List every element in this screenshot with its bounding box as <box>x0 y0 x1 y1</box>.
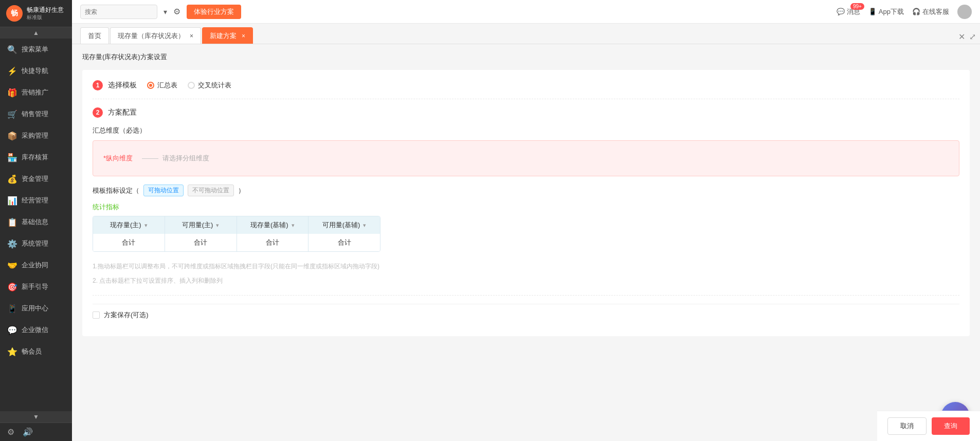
sidebar-item-purchase[interactable]: 📦 采购管理 <box>0 125 72 146</box>
maximize-window-icon[interactable]: ⤢ <box>969 32 976 42</box>
sidebar-item-finance[interactable]: 💰 资金管理 <box>0 168 72 190</box>
window-controls: ✕ ⤢ <box>958 32 980 44</box>
cancel-button[interactable]: 取消 <box>887 417 927 435</box>
save-label: 方案保存(可选) <box>104 310 149 320</box>
col-body-3: 合计 <box>308 234 380 251</box>
sidebar-item-marketing[interactable]: 🎁 营销推广 <box>0 82 72 103</box>
metrics-table-header: 现存量(主) ▾ 可用量(主) ▾ 现存量(基辅) ▾ 可用量(基辅) ▾ <box>93 216 380 234</box>
sidebar-item-label: 库存核算 <box>22 153 48 162</box>
col-dropdown-icon-1[interactable]: ▾ <box>216 222 219 229</box>
sidebar-item-label: 企业微信 <box>22 325 48 335</box>
col-body-2: 合计 <box>237 234 309 251</box>
tab-new-plan-label: 新建方案 <box>210 31 237 41</box>
search-dropdown-button[interactable]: ▾ <box>164 8 167 16</box>
gear-icon[interactable]: ⚙ <box>173 7 180 16</box>
sidebar-item-enterprise[interactable]: 🤝 企业协同 <box>0 254 72 276</box>
sidebar-item-search[interactable]: 🔍 搜索菜单 <box>0 39 72 60</box>
settings-icon[interactable]: ⚙ <box>7 427 14 437</box>
avatar[interactable] <box>957 5 972 19</box>
sidebar-item-operation[interactable]: 📊 经营管理 <box>0 190 72 211</box>
sidebar-item-member[interactable]: ⭐ 畅会员 <box>0 341 72 362</box>
marketing-icon: 🎁 <box>7 87 17 98</box>
service-label: 在线客服 <box>922 7 949 16</box>
metrics-table-body: 合计 合计 合计 合计 <box>93 234 380 251</box>
sidebar-item-wechat[interactable]: 💬 企业微信 <box>0 319 72 341</box>
sidebar-item-label: 资金管理 <box>22 174 48 183</box>
save-checkbox[interactable] <box>93 311 100 319</box>
col-header-label-1: 可用量(主) <box>182 220 213 230</box>
app-download-label: App下载 <box>879 7 904 16</box>
main-area: ▾ ⚙ 体验行业方案 💬 消息 99+ 📱 App下载 🎧 在线客服 首页 <box>72 0 980 441</box>
app-download-icon: 📱 <box>868 8 877 15</box>
operation-icon: 📊 <box>7 195 17 206</box>
dimension-placeholder: 请选择分组维度 <box>162 154 209 163</box>
radio-summary[interactable]: 汇总表 <box>147 81 177 90</box>
tab-inventory-status[interactable]: 现存量（库存状况表） × <box>110 27 201 44</box>
col-header-label-3: 可用量(基辅) <box>322 220 360 230</box>
sidebar-item-basic[interactable]: 📋 基础信息 <box>0 211 72 233</box>
sound-icon[interactable]: 🔊 <box>23 427 33 437</box>
col-dropdown-icon-2[interactable]: ▾ <box>292 222 295 229</box>
col-dropdown-icon-0[interactable]: ▾ <box>144 222 148 229</box>
close-window-icon[interactable]: ✕ <box>958 32 965 42</box>
sidebar-scroll-down[interactable]: ▼ <box>0 411 72 422</box>
topbar: ▾ ⚙ 体验行业方案 💬 消息 99+ 📱 App下载 🎧 在线客服 <box>72 0 980 24</box>
radio-cross-label: 交叉统计表 <box>198 81 231 90</box>
radio-cross[interactable]: 交叉统计表 <box>188 81 231 90</box>
col-body-1: 合计 <box>165 234 237 251</box>
sidebar-item-label: 畅会员 <box>22 347 42 356</box>
sidebar-item-label: 经营管理 <box>22 196 48 205</box>
sidebar-item-appstore[interactable]: 📱 应用中心 <box>0 298 72 319</box>
sidebar-item-sales[interactable]: 🛒 销售管理 <box>0 103 72 125</box>
query-button[interactable]: 查询 <box>932 417 970 435</box>
message-icon: 💬 <box>837 8 845 15</box>
tips-section: 1.拖动标题栏可以调整布局，不可跨维度或指标区域拖拽栏目字段(只能在同一维度或指… <box>93 260 959 287</box>
col-dropdown-icon-3[interactable]: ▾ <box>363 222 366 229</box>
col-header-3[interactable]: 可用量(基辅) ▾ <box>308 216 380 234</box>
col-header-2[interactable]: 现存量(基辅) ▾ <box>237 216 309 234</box>
section1-number: 1 <box>93 80 103 90</box>
col-header-label-2: 现存量(基辅) <box>250 220 288 230</box>
tab-new-plan-close-icon[interactable]: × <box>242 32 245 40</box>
tab-inventory-label: 现存量（库存状况表） <box>118 31 185 41</box>
search-input[interactable] <box>80 5 157 19</box>
footer-buttons: 取消 查询 <box>877 411 980 441</box>
sidebar-item-label: 销售管理 <box>22 109 48 119</box>
sidebar-item-inventory[interactable]: 🏪 库存核算 <box>0 146 72 168</box>
draggable-badge: 可拖动位置 <box>143 185 184 196</box>
tab-home-label: 首页 <box>88 31 101 41</box>
dimension-separator: —— <box>142 154 158 163</box>
logo-text: 畅康通好生意 标准版 <box>27 6 64 21</box>
divider1 <box>93 99 959 99</box>
sidebar-scroll-up[interactable]: ▲ <box>0 27 72 39</box>
trial-button[interactable]: 体验行业方案 <box>187 5 241 19</box>
sales-icon: 🛒 <box>7 109 17 119</box>
wechat-icon: 💬 <box>7 325 17 335</box>
logo-icon: 畅 <box>6 5 23 22</box>
col-header-0[interactable]: 现存量(主) ▾ <box>93 216 165 234</box>
sidebar-item-label: 快捷导航 <box>22 66 48 76</box>
system-icon: ⚙️ <box>7 238 17 249</box>
message-button[interactable]: 💬 消息 99+ <box>837 7 860 16</box>
sidebar-item-system[interactable]: ⚙️ 系统管理 <box>0 233 72 254</box>
col-header-1[interactable]: 可用量(主) ▾ <box>165 216 237 234</box>
sidebar-nav: 🔍 搜索菜单 ⚡ 快捷导航 🎁 营销推广 🛒 销售管理 📦 采购管理 🏪 库存核… <box>0 39 72 411</box>
settings-card: 1 选择模板 汇总表 交叉统计表 2 方案配置 <box>82 70 970 336</box>
metrics-setting-label: 模板指标设定（ 可拖动位置 不可拖动位置 ） <box>93 185 959 196</box>
metrics-table: 现存量(主) ▾ 可用量(主) ▾ 现存量(基辅) ▾ 可用量(基辅) ▾ <box>93 216 380 252</box>
dimension-sublabel: 汇总维度（必选） <box>93 126 959 135</box>
sidebar-item-label: 搜索菜单 <box>22 45 48 54</box>
sidebar-item-label: 采购管理 <box>22 131 48 140</box>
sidebar-item-newbie[interactable]: 🎯 新手引导 <box>0 276 72 298</box>
template-radio-group: 汇总表 交叉统计表 <box>147 81 231 90</box>
dimension-required-area[interactable]: *纵向维度 —— 请选择分组维度 <box>93 140 959 176</box>
basic-icon: 📋 <box>7 217 17 227</box>
service-button[interactable]: 🎧 在线客服 <box>912 7 949 16</box>
tab-home[interactable]: 首页 <box>80 27 109 44</box>
sidebar-item-shortcut[interactable]: ⚡ 快捷导航 <box>0 60 72 82</box>
page-title: 现存量(库存状况表)方案设置 <box>82 52 970 62</box>
section2-header: 2 方案配置 <box>93 107 959 118</box>
app-download-button[interactable]: 📱 App下载 <box>868 7 904 16</box>
tab-new-plan[interactable]: 新建方案 × <box>202 27 253 44</box>
tab-inventory-close-icon[interactable]: × <box>190 32 193 40</box>
